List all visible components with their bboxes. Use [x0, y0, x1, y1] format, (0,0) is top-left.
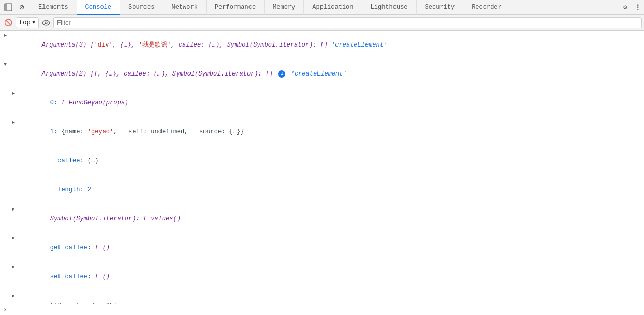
line-args2-get-callee[interactable]: ▶ get callee: f ()	[0, 233, 644, 262]
tab-bar: ⊘ Elements Console Sources Network Perfo…	[0, 0, 644, 15]
line-args2-callee: ▶ callee: (…)	[0, 146, 644, 175]
svg-rect-1	[5, 4, 7, 11]
collapse-args2-arrow[interactable]: ▼	[2, 60, 8, 69]
console-toolbar: 🚫 top ▼	[0, 15, 644, 31]
expand-args2-0-arrow[interactable]: ▶	[10, 89, 17, 98]
svg-point-2	[45, 22, 47, 24]
tab-elements[interactable]: Elements	[30, 0, 77, 15]
line-args2-length: ▶ length: 2	[0, 175, 644, 204]
line-args3[interactable]: ▶ Arguments(3) ['div', {…}, '我是歌谣', call…	[0, 31, 644, 59]
expand-args2-1-arrow[interactable]: ▶	[10, 118, 17, 127]
tab-sources[interactable]: Sources	[120, 0, 163, 15]
clear-console-icon[interactable]: 🚫	[2, 17, 14, 29]
line-args2-0[interactable]: ▶ 0: f FuncGeyao(props)	[0, 88, 644, 117]
line-args2-header[interactable]: ▼ Arguments(2) [f, {…}, callee: (…), Sym…	[0, 59, 644, 88]
tab-security[interactable]: Security	[417, 0, 464, 15]
expand-get-arrow[interactable]: ▶	[10, 234, 17, 243]
expand-symbol-arrow[interactable]: ▶	[10, 205, 17, 214]
prompt-arrow-icon: ›	[3, 306, 7, 313]
expand-proto-arrow[interactable]: ▶	[10, 292, 17, 301]
settings-icon[interactable]: ⚙	[619, 1, 632, 13]
tab-recorder[interactable]: Recorder	[463, 0, 510, 15]
block-icon[interactable]: ⊘	[16, 1, 28, 13]
context-label: top	[19, 19, 31, 26]
tab-lighthouse[interactable]: Lighthouse	[362, 0, 417, 15]
tab-network[interactable]: Network	[163, 0, 206, 15]
tab-application[interactable]: Application	[304, 0, 362, 15]
console-content: ▶ Arguments(3) ['div', {…}, '我是歌谣', call…	[0, 31, 644, 313]
more-options-icon[interactable]: ⋮	[632, 1, 644, 13]
expand-args3-arrow[interactable]: ▶	[2, 31, 8, 40]
console-prompt-bar: ›	[0, 304, 644, 315]
tab-console[interactable]: Console	[77, 0, 120, 15]
context-selector[interactable]: top ▼	[16, 17, 39, 28]
sidebar-toggle-icon[interactable]	[2, 1, 14, 13]
eye-icon[interactable]	[40, 17, 52, 29]
line-args2-set-callee[interactable]: ▶ set callee: f ()	[0, 262, 644, 291]
tab-memory[interactable]: Memory	[265, 0, 304, 15]
line-args2-symbol[interactable]: ▶ Symbol(Symbol.iterator): f values()	[0, 204, 644, 233]
info-badge-1: i	[278, 70, 285, 78]
dropdown-arrow-icon: ▼	[33, 20, 35, 25]
line-args2-1[interactable]: ▶ 1: {name: 'geyao', __self: undefined, …	[0, 117, 644, 146]
tab-performance[interactable]: Performance	[207, 0, 265, 15]
expand-set-arrow[interactable]: ▶	[10, 263, 17, 272]
filter-input[interactable]	[53, 17, 642, 28]
